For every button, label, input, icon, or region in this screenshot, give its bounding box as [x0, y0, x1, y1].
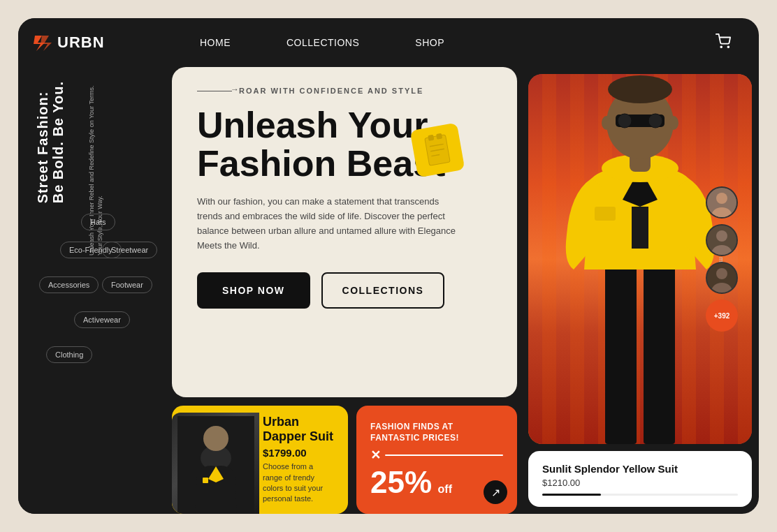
logo-icon — [32, 33, 52, 52]
promo-x-row: ✕ — [370, 448, 503, 463]
brand-name: URBN — [57, 34, 105, 52]
top-nav: HOME COLLECTIONS SHOP — [172, 18, 759, 67]
svg-rect-3 — [428, 135, 434, 141]
svg-rect-4 — [436, 133, 442, 140]
tag-activewear[interactable]: Activewear — [74, 311, 130, 328]
tag-footwear[interactable]: Footwear — [102, 276, 152, 293]
avatar-1 — [706, 186, 738, 219]
promo-discount: 25% — [370, 465, 432, 499]
cart-icon[interactable] — [716, 34, 731, 52]
svg-rect-15 — [595, 207, 616, 221]
svg-point-1 — [727, 46, 729, 47]
promo-label: FASHION FINDS AT FANTASTIC PRICES! — [370, 422, 503, 443]
promo-arrow-button[interactable]: ↗ — [484, 480, 507, 504]
community-avatars: +392 — [706, 186, 738, 332]
nav-shop[interactable]: SHOP — [415, 37, 444, 48]
svg-point-0 — [720, 46, 722, 47]
arrow-decoration — [197, 91, 232, 91]
hero-wrapper: ROAR WITH CONFIDENCE AND STYLE Unleash Y… — [172, 67, 528, 514]
tag-hats[interactable]: Hats — [81, 214, 115, 230]
collections-button[interactable]: COLLECTIONS — [321, 272, 445, 309]
shop-now-button[interactable]: SHOP NOW — [197, 272, 310, 309]
model-illustration — [549, 103, 731, 444]
promo-arrow-line — [385, 455, 503, 456]
tag-accessories[interactable]: Accessories — [39, 276, 99, 293]
hero-section: ROAR WITH CONFIDENCE AND STYLE Unleash Y… — [172, 67, 517, 397]
svg-point-27 — [716, 193, 727, 204]
avatar-2 — [706, 224, 738, 256]
nav-home[interactable]: HOME — [200, 37, 231, 48]
tag-streetwear[interactable]: Streetwear — [102, 242, 157, 258]
product-progress-fill — [542, 494, 601, 496]
bottom-section: Urban Dapper Suit $1799.00 Choose from a… — [172, 406, 517, 514]
product-title: Sunlit Splendor Yellow Suit — [542, 463, 738, 475]
dapper-title: Urban Dapper Suit — [263, 415, 334, 444]
hero-and-right: ROAR WITH CONFIDENCE AND STYLE Unleash Y… — [172, 67, 759, 514]
logo-area: URBN — [18, 18, 172, 67]
svg-point-21 — [648, 114, 662, 128]
svg-point-31 — [716, 268, 727, 279]
product-price: $1210.00 — [542, 478, 738, 488]
dapper-description: Choose from a range of trendy colors to … — [263, 461, 334, 505]
promo-off: off — [438, 483, 452, 495]
left-sidebar: URBN Street Fashion: Be Bold. Be You. Un… — [18, 18, 172, 514]
tag-clothing[interactable]: Clothing — [46, 346, 92, 363]
svg-point-20 — [618, 114, 632, 128]
promo-card: FASHION FINDS AT FANTASTIC PRICES! ✕ 25%… — [356, 406, 517, 514]
svg-rect-12 — [605, 263, 637, 444]
svg-point-23 — [608, 75, 672, 103]
dapper-price: $1799.00 — [263, 447, 334, 459]
dapper-image — [172, 413, 259, 514]
main-card: URBN Street Fashion: Be Bold. Be You. Un… — [18, 18, 759, 514]
hero-photo: Join community — [528, 74, 752, 444]
community-count-button[interactable]: +392 — [706, 300, 738, 332]
right-panel: Join community — [528, 67, 759, 514]
yellow-badge-decoration — [410, 123, 465, 178]
svg-rect-14 — [632, 207, 648, 249]
hero-subtitle: ROAR WITH CONFIDENCE AND STYLE — [197, 87, 492, 95]
svg-rect-11 — [203, 478, 208, 483]
nav-collections[interactable]: COLLECTIONS — [286, 37, 359, 48]
svg-rect-13 — [644, 263, 675, 444]
promo-x-icon: ✕ — [370, 448, 381, 463]
product-card: Sunlit Splendor Yellow Suit $1210.00 — [528, 451, 752, 507]
tags-area: Hats Eco-Friendly Streetwear Accessories… — [25, 214, 172, 402]
hero-buttons: SHOP NOW COLLECTIONS — [197, 272, 492, 309]
dapper-card: Urban Dapper Suit $1799.00 Choose from a… — [172, 406, 348, 514]
avatar-3 — [706, 262, 738, 294]
svg-point-10 — [203, 426, 228, 451]
main-content: HOME COLLECTIONS SHOP ROAR WITH CONFIDEN… — [172, 18, 759, 514]
product-progress-bar — [542, 494, 738, 496]
hero-description: With our fashion, you can make a stateme… — [197, 195, 463, 253]
svg-point-29 — [716, 230, 727, 242]
sidebar-title: Street Fashion: Be Bold. Be You. — [35, 81, 66, 203]
svg-point-25 — [669, 116, 678, 130]
svg-point-24 — [602, 116, 611, 130]
